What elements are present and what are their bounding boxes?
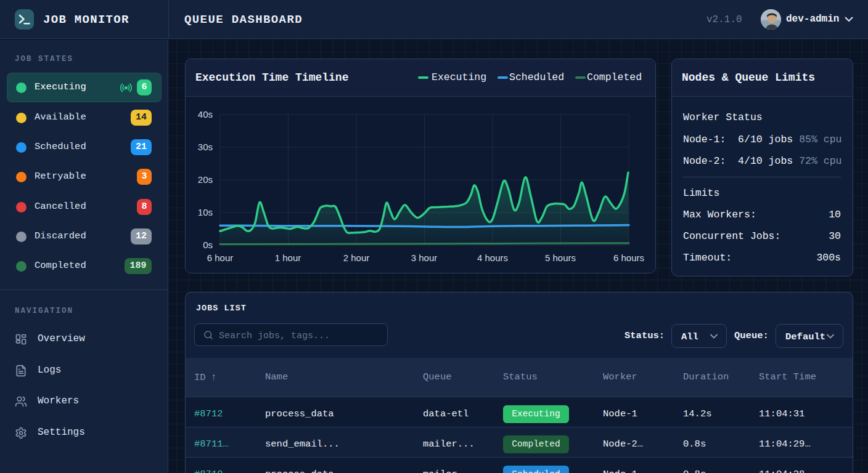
svg-text:6 hours: 6 hours bbox=[613, 253, 644, 263]
svg-text:40s: 40s bbox=[198, 109, 213, 119]
svg-text:1 hour: 1 hour bbox=[275, 253, 301, 263]
svg-text:5 hours: 5 hours bbox=[545, 253, 576, 263]
svg-text:3 hour: 3 hour bbox=[411, 253, 438, 263]
svg-text:30s: 30s bbox=[198, 142, 213, 152]
svg-text:4 hours: 4 hours bbox=[477, 253, 508, 263]
svg-text:2 hour: 2 hour bbox=[343, 253, 370, 263]
svg-text:20s: 20s bbox=[198, 174, 213, 185]
svg-text:10s: 10s bbox=[198, 207, 213, 217]
svg-text:6 hour: 6 hour bbox=[207, 253, 234, 263]
svg-text:0s: 0s bbox=[203, 240, 213, 250]
